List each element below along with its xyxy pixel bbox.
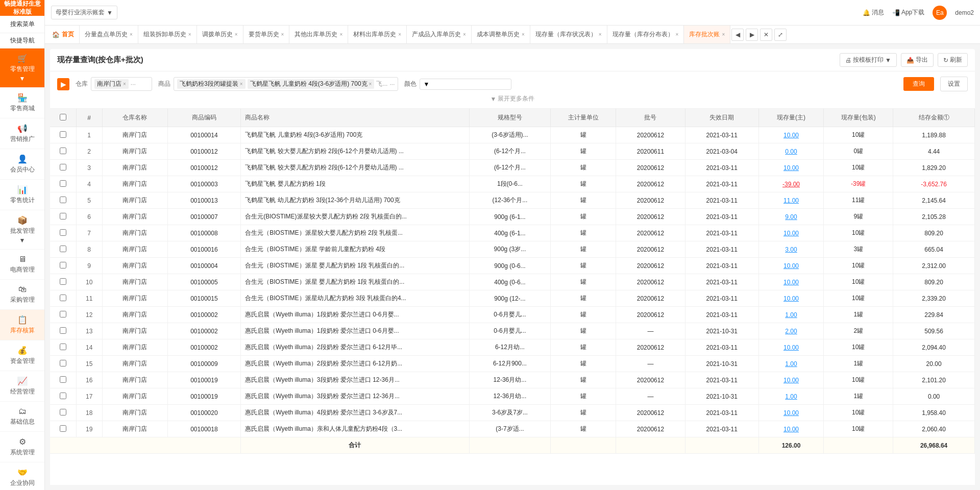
tab-close-11[interactable]: ×: [722, 32, 725, 37]
tab-close-2[interactable]: ×: [188, 32, 191, 37]
row-qty[interactable]: -39.00: [758, 176, 824, 192]
tab-7[interactable]: 产成品入库单历史 ×: [407, 26, 472, 44]
row-checkbox-9[interactable]: [60, 278, 66, 285]
row-checkbox-6[interactable]: [60, 229, 66, 236]
sidebar-item-member[interactable]: 👤 会员中心: [0, 149, 44, 180]
sidebar-item-operation[interactable]: 📈 经营管理: [0, 371, 44, 402]
row-qty[interactable]: 11.00: [758, 192, 824, 209]
row-qty[interactable]: 2.00: [758, 323, 824, 339]
sidebar-item-stat[interactable]: 📊 零售统计: [0, 180, 44, 210]
sidebar-item-purchase[interactable]: 🛍 采购管理: [0, 280, 44, 310]
row-qty[interactable]: 10.00: [758, 290, 824, 307]
row-checkbox-18[interactable]: [60, 425, 66, 432]
export-btn[interactable]: 📤 导出: [901, 53, 934, 67]
sidebar-item-marketing[interactable]: 📢 营销推广: [0, 118, 44, 149]
sidebar-item-ecommerce[interactable]: 🖥 电商管理: [0, 250, 44, 280]
row-checkbox-4[interactable]: [60, 197, 66, 203]
row-qty[interactable]: 10.00: [758, 421, 824, 437]
product-more[interactable]: 飞...: [376, 80, 387, 88]
row-qty[interactable]: 10.00: [758, 274, 824, 290]
row-qty[interactable]: 1.00: [758, 388, 824, 405]
warehouse-tag-remove[interactable]: ×: [123, 81, 126, 87]
row-checkbox-12[interactable]: [60, 327, 66, 334]
product-ellipsis[interactable]: ···: [389, 81, 395, 88]
col-checkbox[interactable]: [50, 109, 76, 127]
tab-close-4[interactable]: ×: [281, 32, 284, 37]
row-qty[interactable]: 1.00: [758, 356, 824, 372]
tab-close-all-btn[interactable]: ✕: [760, 29, 772, 41]
print-btn[interactable]: 🖨 按模板打印 ▼: [840, 53, 897, 67]
expand-filters-btn[interactable]: ▶: [57, 78, 69, 90]
sidebar-item-enterprise[interactable]: 🤝 企业协同: [0, 462, 44, 490]
row-checkbox-0[interactable]: [60, 131, 66, 138]
row-checkbox-16[interactable]: [60, 393, 66, 399]
product-tag-2-remove[interactable]: ×: [369, 81, 372, 87]
select-all-checkbox[interactable]: [60, 114, 66, 120]
row-checkbox-11[interactable]: [60, 311, 66, 317]
settings-btn[interactable]: 设置: [940, 77, 968, 91]
row-qty[interactable]: 10.00: [758, 339, 824, 356]
product-tag-1-remove[interactable]: ×: [240, 81, 243, 87]
row-qty[interactable]: 10.00: [758, 160, 824, 176]
user-avatar[interactable]: Ea: [933, 6, 947, 20]
tab-close-9[interactable]: ×: [599, 32, 602, 37]
sidebar-item-wholesale[interactable]: 📦 批发管理 ▼: [0, 210, 44, 250]
tab-close-5[interactable]: ×: [339, 32, 342, 37]
tab-next-btn[interactable]: ▶: [746, 29, 758, 41]
product-tag-group[interactable]: 飞鹤奶粉3段闭罐提装 × 飞鹤星飞帆 儿童奶粉 4段(3-6岁适用) 700克 …: [174, 77, 398, 91]
expand-more-filters[interactable]: ▼ 展开更多条件: [57, 94, 968, 103]
row-qty[interactable]: 9.00: [758, 209, 824, 225]
app-download-btn[interactable]: 📲 App下载: [892, 8, 924, 17]
row-qty[interactable]: 10.00: [758, 225, 824, 241]
tab-11[interactable]: 库存批次账 ×: [684, 26, 730, 44]
row-checkbox-7[interactable]: [60, 246, 66, 252]
username-label[interactable]: demo2: [955, 9, 974, 16]
row-qty[interactable]: 1.00: [758, 307, 824, 323]
tab-prev-btn[interactable]: ◀: [731, 29, 744, 41]
row-checkbox-15[interactable]: [60, 376, 66, 383]
row-checkbox-1[interactable]: [60, 148, 66, 154]
tab-9[interactable]: 现存量（库存状况表） ×: [530, 26, 607, 44]
tab-close-3[interactable]: ×: [235, 32, 238, 37]
row-qty[interactable]: 10.00: [758, 405, 824, 421]
sidebar-item-basic[interactable]: 🗂 基础信息: [0, 402, 44, 432]
row-qty[interactable]: 3.00: [758, 241, 824, 258]
tab-4[interactable]: 要货单历史 ×: [243, 26, 290, 44]
warehouse-tag-group[interactable]: 南岸门店 × ···: [91, 77, 152, 91]
row-checkbox-13[interactable]: [60, 344, 66, 350]
tab-10[interactable]: 现存量（库存分布表） ×: [607, 26, 684, 44]
row-qty[interactable]: 10.00: [758, 127, 824, 143]
tab-close-1[interactable]: ×: [130, 32, 133, 37]
row-checkbox-2[interactable]: [60, 164, 66, 170]
sidebar-item-system[interactable]: ⚙ 系统管理: [0, 432, 44, 462]
query-btn[interactable]: 查询: [903, 77, 934, 91]
row-checkbox-14[interactable]: [60, 360, 66, 366]
message-btn[interactable]: 🔔 消息: [863, 8, 884, 17]
sidebar-quick-nav[interactable]: 快捷导航: [0, 33, 44, 48]
row-qty[interactable]: 0.00: [758, 143, 824, 160]
tab-1[interactable]: 分量盘点单历史 ×: [80, 26, 138, 44]
sidebar-item-finance[interactable]: 💰 资金管理: [0, 340, 44, 371]
color-tag-group[interactable]: ▼: [420, 79, 511, 90]
row-qty[interactable]: 10.00: [758, 372, 824, 388]
tab-close-6[interactable]: ×: [398, 32, 401, 37]
row-checkbox-17[interactable]: [60, 409, 66, 415]
sidebar-item-retail[interactable]: 🛒 零售管理 ▼: [0, 48, 44, 88]
tab-2[interactable]: 组装拆卸单历史 ×: [138, 26, 197, 44]
tab-5[interactable]: 其他出库单历史 ×: [289, 26, 348, 44]
tab-home[interactable]: 🏠 首页: [47, 26, 80, 44]
row-qty[interactable]: 10.00: [758, 258, 824, 274]
sidebar-item-shop[interactable]: 🏪 零售商城: [0, 88, 44, 118]
row-checkbox-8[interactable]: [60, 262, 66, 268]
tab-close-8[interactable]: ×: [522, 32, 525, 37]
sidebar-item-inventory[interactable]: 📋 库存核算: [0, 310, 44, 340]
warehouse-more[interactable]: ···: [131, 81, 136, 88]
account-selector[interactable]: 母婴行业演示账套 ▼: [51, 6, 117, 19]
tab-6[interactable]: 材料出库单历史 ×: [348, 26, 407, 44]
row-checkbox-3[interactable]: [60, 180, 66, 187]
tab-maximize-btn[interactable]: ⤢: [774, 29, 787, 41]
tab-3[interactable]: 调拨单历史 ×: [197, 26, 243, 44]
row-checkbox-10[interactable]: [60, 295, 66, 301]
tab-close-10[interactable]: ×: [676, 32, 679, 37]
refresh-btn[interactable]: ↻ 刷新: [938, 53, 968, 67]
